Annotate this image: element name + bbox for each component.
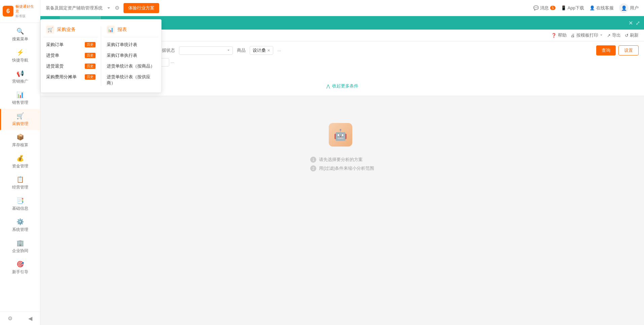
sidebar-collapse-btn[interactable]: ◀: [28, 315, 32, 322]
expense-history-badge: 历史: [85, 74, 96, 80]
report-icon: 📊: [107, 26, 115, 34]
main-area: 装备及固定资产辅助管理系统 ⚙ 体验行业方案 💬 消息 5 📱 App下载 👤: [40, 0, 644, 325]
sidebar-item-capital-label: 资金管理: [12, 163, 28, 169]
sidebar-item-search[interactable]: 🔍 搜索菜单: [0, 24, 40, 45]
sidebar-item-guide-label: 新手引导: [12, 269, 28, 275]
logo-icon: 6: [3, 6, 13, 16]
sidebar-item-purchase[interactable]: 🛒 采购管理: [0, 109, 40, 130]
sidebar-item-inventory[interactable]: 📦 库存核算: [0, 130, 40, 151]
sidebar-settings-btn[interactable]: ⚙: [8, 315, 12, 322]
sidebar-item-system[interactable]: ⚙️ 系统管理: [0, 215, 40, 236]
service-label: 在线客服: [596, 5, 614, 11]
sidebar-item-sales[interactable]: 📊 销售管理: [0, 88, 40, 109]
sidebar: 6 畅捷通好生意 标准版 🔍 搜索菜单 ⚡ 快捷导航 📢 营销推广 📊 销售管理: [0, 0, 40, 325]
empty-state-image: 🤖: [329, 123, 356, 150]
filter-settings-button[interactable]: 设置: [618, 45, 639, 55]
topbar-right: 💬 消息 5 📱 App下载 👤 在线客服 👤 用户: [533, 3, 639, 13]
service-icon: 👤: [589, 5, 595, 10]
empty-state: 🤖 1 请先选择要分析的方案 2 用[过滤]条件来缩小分析范围: [40, 96, 644, 198]
export-btn[interactable]: ↗ 导出: [607, 32, 621, 38]
purchase-order-exec-label: 采购订单执行表: [107, 52, 137, 58]
cta-button[interactable]: 体验行业方案: [123, 3, 159, 13]
topbar-settings-icon[interactable]: ⚙: [115, 5, 119, 11]
sidebar-item-purchase-label: 采购管理: [12, 121, 28, 127]
refresh-btn[interactable]: ↺ 刷新: [625, 32, 639, 38]
sidebar-item-operations[interactable]: 📋 经营管理: [0, 172, 40, 194]
topbar: 装备及固定资产辅助管理系统 ⚙ 体验行业方案 💬 消息 5 📱 App下载 👤: [40, 0, 644, 16]
sidebar-item-operations-label: 经营管理: [12, 185, 28, 190]
expense-label: 采购费用分摊单: [46, 74, 77, 80]
collapse-label: 收起更多条件: [332, 83, 358, 89]
salesperson-more-icon[interactable]: ···: [171, 60, 174, 65]
user-btn[interactable]: 👤 用户: [619, 3, 639, 13]
sidebar-item-inventory-label: 库存核算: [12, 142, 28, 148]
report-header: 📊 报表: [104, 24, 159, 37]
avatar: 👤: [619, 3, 629, 13]
incoming-history-badge: 历史: [85, 53, 96, 58]
query-button[interactable]: 查询: [596, 45, 616, 55]
dropdown-item-expense[interactable]: 采购费用分摊单 历史: [43, 72, 98, 82]
online-service-btn[interactable]: 👤 在线客服: [589, 5, 614, 11]
sidebar-item-guide[interactable]: 🎯 新手引导: [0, 257, 40, 278]
tab-maximize-icon[interactable]: ⤢: [636, 20, 640, 26]
topbar-dropdown[interactable]: [107, 6, 111, 10]
help-btn[interactable]: ❓ 帮助: [551, 32, 567, 38]
sidebar-menu: 🔍 搜索菜单 ⚡ 快捷导航 📢 营销推广 📊 销售管理 🛒 采购管理 📦: [0, 23, 40, 312]
sidebar-item-basic[interactable]: 📑 基础信息: [0, 194, 40, 215]
dropdown-item-incoming-stats-product[interactable]: 进货单统计表（按商品）: [104, 61, 159, 72]
sidebar-item-enterprise[interactable]: 🏢 企业协同: [0, 236, 40, 257]
tip-text-2: 用[过滤]条件来缩小分析范围: [319, 165, 374, 171]
help-icon: ❓: [551, 33, 557, 38]
sidebar-item-sales-label: 销售管理: [12, 100, 28, 106]
sidebar-bottom: ⚙ ◀: [0, 312, 40, 325]
purchase-dropdown-menu: 🛒 采购业务 采购订单 历史 进货单 历史 进货退货 历史 采购费用分摊单: [40, 19, 162, 93]
product-tag-close[interactable]: ✕: [267, 48, 270, 53]
app-download-label: App下载: [568, 5, 584, 11]
product-more-icon[interactable]: ···: [277, 48, 281, 53]
dropdown-item-purchase-order-exec[interactable]: 采购订单执行表: [104, 50, 159, 61]
purchase-icon: 🛒: [16, 112, 24, 120]
purchase-order-label: 采购订单: [46, 42, 64, 48]
refresh-label: 刷新: [630, 32, 639, 38]
sales-icon: 📊: [16, 91, 24, 98]
sidebar-item-marketing[interactable]: 📢 营销推广: [0, 67, 40, 88]
print-btn[interactable]: 🖨 按模板打印: [571, 32, 603, 38]
basic-icon: 📑: [16, 197, 24, 204]
tab-minimize-icon[interactable]: ✕: [629, 20, 633, 26]
inventory-icon: 📦: [16, 133, 24, 141]
tabbar-actions: ✕ ⤢: [624, 16, 644, 30]
sidebar-item-quick[interactable]: ⚡ 快捷导航: [0, 45, 40, 67]
brand-name: 畅捷通好生意: [15, 4, 37, 14]
empty-robot-icon: 🤖: [329, 123, 352, 147]
guide-icon: 🎯: [16, 260, 24, 268]
sidebar-item-marketing-label: 营销推广: [12, 79, 28, 84]
product-tag-value: 设计桑: [253, 47, 266, 53]
print-icon: 🖨: [571, 33, 575, 38]
chevron-down-icon: [107, 6, 111, 10]
operations-icon: 📋: [16, 176, 24, 183]
dropdown-item-return[interactable]: 进货退货 历史: [43, 61, 98, 72]
sidebar-item-basic-label: 基础信息: [12, 206, 28, 211]
dropdown-item-incoming-stats-supplier[interactable]: 进货单统计表（按供应商）: [104, 72, 159, 88]
enterprise-icon: 🏢: [16, 239, 24, 247]
empty-tip-1: 1 请先选择要分析的方案: [310, 157, 374, 163]
purchase-business-header: 🛒 采购业务: [43, 24, 98, 37]
purchase-business-col: 🛒 采购业务 采购订单 历史 进货单 历史 进货退货 历史 采购费用分摊单: [41, 24, 101, 88]
system-icon: ⚙️: [16, 218, 24, 226]
quick-icon: ⚡: [16, 49, 24, 56]
collapse-button[interactable]: ⋀ 收起更多条件: [324, 80, 361, 92]
tip-num-2: 2: [310, 165, 316, 171]
message-btn[interactable]: 💬 消息 5: [533, 5, 556, 11]
dropdown-item-purchase-order-stats[interactable]: 采购订单统计表: [104, 39, 159, 50]
message-icon: 💬: [533, 5, 539, 10]
app-download-btn[interactable]: 📱 App下载: [561, 5, 584, 11]
collapse-up-icon: ⋀: [326, 84, 330, 89]
dropdown-item-incoming[interactable]: 进货单 历史: [43, 50, 98, 61]
order-status-select[interactable]: [179, 46, 233, 55]
sidebar-item-capital[interactable]: 💰 资金管理: [0, 151, 40, 172]
report-title: 报表: [117, 27, 127, 33]
marketing-icon: 📢: [16, 70, 24, 77]
brand-sub: 标准版: [15, 14, 37, 18]
refresh-icon: ↺: [625, 33, 629, 38]
dropdown-item-purchase-order[interactable]: 采购订单 历史: [43, 39, 98, 50]
